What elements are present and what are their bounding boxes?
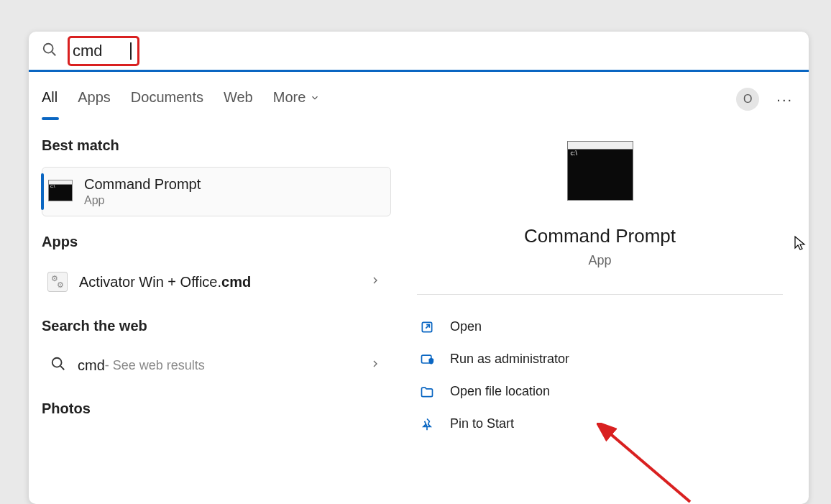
action-open-file-location[interactable]: Open file location [417, 375, 783, 408]
cmd-icon-large [567, 147, 633, 201]
search-highlight [68, 36, 139, 66]
preview-subtitle: App [417, 253, 783, 268]
preview-title: Command Prompt [417, 225, 783, 247]
search-icon [50, 356, 66, 375]
svg-line-1 [52, 52, 55, 55]
text-cursor [130, 42, 132, 60]
action-open[interactable]: Open [417, 311, 783, 343]
tab-apps[interactable]: Apps [78, 89, 111, 119]
preview-column: Command Prompt App Open Run as administr… [401, 119, 799, 440]
result-title: Command Prompt [84, 176, 201, 193]
start-search-panel: All Apps Documents Web More O ··· Best m… [29, 32, 809, 504]
svg-point-2 [52, 358, 62, 367]
action-pin-to-start[interactable]: Pin to Start [417, 408, 783, 440]
search-input[interactable] [73, 42, 130, 60]
search-bar [29, 32, 809, 72]
results-column: Best match Command Prompt App Apps Activ… [29, 119, 391, 440]
chevron-right-icon [369, 275, 381, 289]
apps-label: Apps [42, 234, 391, 250]
chevron-down-icon [310, 93, 320, 103]
tab-web[interactable]: Web [224, 89, 253, 119]
open-icon [420, 320, 434, 334]
tab-more[interactable]: More [273, 89, 321, 119]
search-icon [42, 42, 58, 60]
shield-icon [420, 352, 434, 367]
svg-point-0 [44, 43, 53, 52]
search-web-label: Search the web [42, 318, 391, 334]
preview-actions: Open Run as administrator Open file loca… [417, 294, 783, 440]
result-subtitle: App [84, 194, 201, 207]
tab-documents[interactable]: Documents [131, 89, 203, 119]
best-match-label: Best match [42, 137, 391, 154]
result-command-prompt[interactable]: Command Prompt App [42, 167, 391, 216]
action-run-as-admin[interactable]: Run as administrator [417, 343, 783, 375]
result-web-search[interactable]: cmd - See web results [42, 347, 391, 383]
result-activator[interactable]: Activator Win + Office.cmd [42, 263, 391, 301]
web-hint-text: - See web results [105, 358, 205, 373]
user-avatar[interactable]: O [736, 88, 759, 111]
chevron-right-icon [369, 358, 381, 372]
svg-line-3 [60, 366, 64, 370]
pin-icon [420, 417, 434, 431]
tab-all[interactable]: All [42, 89, 58, 119]
cmd-icon [48, 183, 73, 201]
filter-tabs: All Apps Documents Web More O ··· [29, 72, 809, 119]
batch-file-icon [47, 272, 68, 292]
more-options-icon[interactable]: ··· [776, 91, 793, 108]
svg-line-6 [607, 431, 690, 502]
web-query-text: cmd [78, 357, 105, 374]
photos-label: Photos [42, 400, 391, 417]
folder-icon [420, 385, 434, 399]
result-title: Activator Win + Office.cmd [79, 274, 251, 290]
